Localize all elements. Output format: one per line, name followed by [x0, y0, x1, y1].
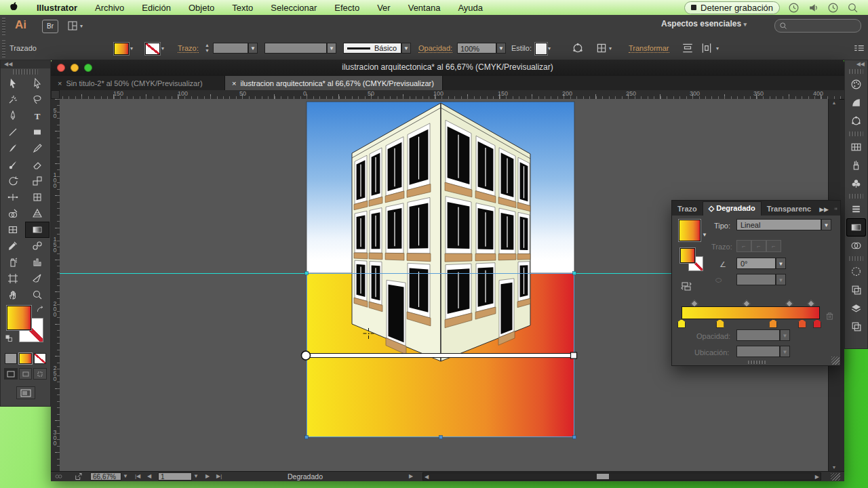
stroke-weight-dropdown[interactable]: ▼	[248, 43, 258, 54]
brush-definition-field[interactable]: Básico	[343, 43, 401, 54]
tab-close-icon[interactable]: ×	[232, 79, 236, 87]
scroll-up-arrow[interactable]: ▲	[829, 99, 840, 107]
select-similar-dropdown[interactable]: ▾	[609, 45, 612, 52]
menu-objeto[interactable]: Objeto	[180, 3, 223, 13]
artboards-panel-icon[interactable]	[845, 317, 867, 336]
paintbrush-tool[interactable]	[1, 140, 25, 157]
slice-tool[interactable]	[25, 270, 50, 287]
dock-grip[interactable]	[849, 69, 863, 74]
scale-tool[interactable]	[25, 173, 50, 189]
select-similar-icon[interactable]	[595, 42, 608, 54]
gradient-tool[interactable]	[25, 222, 50, 238]
gradient-panel-icon[interactable]	[846, 218, 866, 237]
color-button[interactable]	[5, 353, 17, 364]
variable-width-dropdown[interactable]: ▼	[327, 43, 336, 54]
hand-tool[interactable]	[1, 287, 25, 303]
default-fill-stroke-icon[interactable]	[4, 333, 14, 341]
type-dropdown[interactable]: Lineal	[736, 219, 821, 230]
blob-brush-tool[interactable]	[1, 157, 25, 173]
fill-proxy[interactable]	[7, 306, 31, 330]
perspective-grid-tool[interactable]	[25, 205, 50, 222]
shape-builder-tool[interactable]	[1, 205, 25, 222]
zoom-tool[interactable]	[25, 287, 50, 303]
aspect-ratio-field[interactable]	[736, 274, 776, 285]
artboard-dropdown[interactable]: ▼	[193, 472, 199, 481]
horizontal-scroll-thumb[interactable]	[597, 474, 609, 479]
gradient-swatch-dropdown[interactable]: ▼	[702, 232, 707, 238]
tab-transparencia[interactable]: Transparenc	[762, 203, 816, 216]
gradient-stop[interactable]	[716, 319, 724, 328]
menu-ventana[interactable]: Ventana	[399, 3, 450, 13]
stroke-across-button[interactable]: ⌐	[766, 240, 781, 252]
direct-selection-tool[interactable]	[25, 75, 50, 92]
swap-fill-stroke-icon[interactable]	[36, 304, 45, 313]
free-transform-tool[interactable]	[25, 189, 50, 205]
fill-swatch[interactable]	[114, 43, 129, 55]
share-icon[interactable]	[74, 472, 83, 481]
gradient-button[interactable]	[19, 353, 31, 364]
panel-fill-proxy[interactable]	[680, 248, 695, 263]
style-swatch[interactable]	[535, 43, 547, 55]
controlbar-grip[interactable]	[2, 40, 5, 58]
angle-dropdown-arrow[interactable]: ▼	[776, 258, 786, 269]
stroke-weight-stepper[interactable]: ▲▼	[203, 43, 211, 54]
type-dropdown-arrow[interactable]: ▼	[821, 219, 831, 230]
menu-edicion[interactable]: Edición	[133, 3, 180, 13]
width-tool[interactable]	[1, 189, 25, 205]
line-segment-tool[interactable]	[1, 124, 25, 140]
gradient-stop[interactable]	[769, 319, 777, 328]
status-menu-arrow[interactable]: ▶	[409, 472, 413, 481]
gradient-slider[interactable]	[682, 306, 820, 319]
screen-mode-button[interactable]	[16, 386, 35, 399]
pencil-tool[interactable]	[25, 140, 50, 157]
gradient-stop[interactable]	[677, 319, 686, 328]
align-dropdown[interactable]: ▾	[716, 45, 719, 52]
fill-dropdown-arrow[interactable]: ▾	[130, 45, 133, 52]
last-artboard-button[interactable]: ▶|	[216, 472, 222, 481]
recolor-artwork-panel-icon[interactable]	[845, 112, 867, 130]
angle-field[interactable]: 0°	[736, 258, 776, 269]
stop-opacity-dropdown[interactable]: ▼	[780, 329, 790, 341]
none-button[interactable]	[34, 353, 46, 364]
zoom-dropdown[interactable]: ▼	[123, 472, 128, 481]
menu-efecto[interactable]: Efecto	[326, 3, 368, 13]
recolor-artwork-icon[interactable]	[572, 42, 584, 54]
clock-icon[interactable]	[827, 2, 839, 14]
vertical-ruler[interactable]: 50100 150200 250300	[51, 99, 60, 472]
stroke-panel-icon[interactable]	[845, 200, 867, 218]
dock-collapse-button[interactable]: ◀◀	[845, 60, 867, 68]
type-tool[interactable]: T	[25, 108, 50, 124]
horizontal-ruler[interactable]: 150100 500 50100 150200 250300 350400	[60, 90, 844, 100]
tools-collapse-button[interactable]: ◀◀	[1, 60, 50, 68]
spotlight-icon[interactable]	[847, 2, 859, 14]
panel-bottom-grip[interactable]	[748, 361, 766, 364]
bridge-button[interactable]: Br	[42, 20, 58, 33]
eyedropper-tool[interactable]	[1, 238, 25, 254]
brushes-panel-icon[interactable]	[845, 156, 867, 174]
controlbar-menu-icon[interactable]	[853, 42, 865, 54]
scroll-left-arrow[interactable]: ◀	[425, 473, 429, 481]
time-machine-icon[interactable]	[788, 2, 800, 14]
next-artboard-button[interactable]: ▶	[205, 472, 210, 481]
symbols-panel-icon[interactable]	[845, 174, 867, 192]
variable-width-profile-field[interactable]	[264, 43, 327, 54]
stop-recording-button[interactable]: Detener grabación	[684, 1, 780, 14]
tools-drag-grip[interactable]	[13, 69, 38, 75]
artboard-number-field[interactable]: 1	[158, 472, 192, 481]
stop-location-field[interactable]	[736, 346, 780, 357]
distribute-icon[interactable]	[701, 42, 713, 54]
dock-grip[interactable]	[849, 256, 863, 261]
gradient-stop[interactable]	[813, 319, 821, 328]
window-resize-grip[interactable]	[831, 473, 840, 481]
eraser-tool[interactable]	[25, 157, 50, 173]
color-guide-panel-icon[interactable]	[845, 94, 867, 112]
search-input[interactable]	[774, 19, 861, 33]
swatches-panel-icon[interactable]	[845, 138, 867, 156]
document-tab-active[interactable]: × ilustracion arquitectonica* al 66,67% …	[225, 76, 443, 90]
scroll-right-arrow[interactable]: ▶	[815, 473, 819, 481]
blend-tool[interactable]	[25, 238, 50, 254]
tab-close-icon[interactable]: ×	[58, 79, 62, 87]
stop-location-dropdown[interactable]: ▼	[780, 346, 790, 357]
opacity-field[interactable]: 100%	[457, 43, 496, 54]
stroke-weight-link[interactable]: Trazo:	[178, 44, 199, 53]
